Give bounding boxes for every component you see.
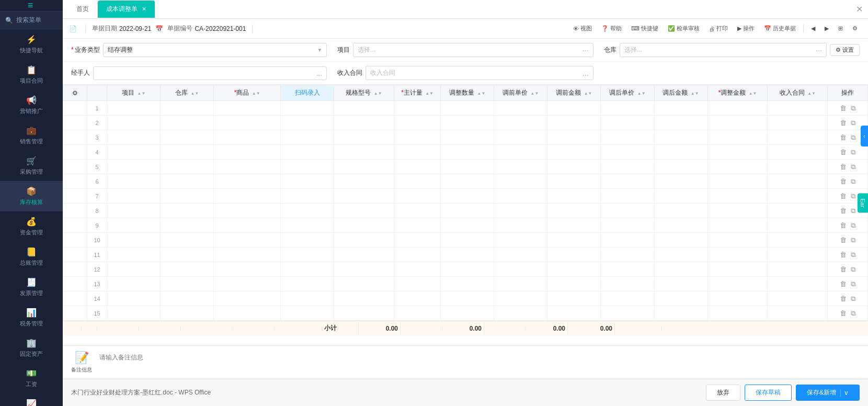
row-unit-cell[interactable] [394,145,440,160]
row-unit-cell[interactable] [394,160,440,174]
row-adj-qty-cell[interactable] [441,174,494,189]
row-adj-amount-cell[interactable] [707,262,768,277]
row-copy-icon[interactable]: ⧉ [851,192,855,200]
row-warehouse-cell[interactable] [161,233,214,247]
row-delete-icon[interactable]: 🗑 [840,221,847,229]
col-unit-header[interactable]: *主计量 ▲▼ [394,85,440,101]
row-project-cell[interactable] [107,189,161,204]
row-scan-cell[interactable] [280,306,334,321]
row-delete-icon[interactable]: 🗑 [840,177,847,185]
row-adj-qty-cell[interactable] [441,306,494,321]
row-spec-cell[interactable] [334,189,394,204]
row-product-cell[interactable] [214,145,281,160]
row-product-cell[interactable] [214,218,281,233]
row-project-cell[interactable] [107,101,161,116]
row-spec-cell[interactable] [334,277,394,291]
row-spec-cell[interactable] [334,247,394,262]
row-delete-icon[interactable]: 🗑 [840,309,847,317]
grid-btn[interactable]: ⊞ [834,24,847,33]
row-copy-icon[interactable]: ⧉ [851,177,855,185]
row-spec-cell[interactable] [334,130,394,145]
row-scan-cell[interactable] [280,204,334,218]
row-delete-icon[interactable]: 🗑 [840,119,847,127]
row-product-cell[interactable] [214,247,281,262]
row-scan-cell[interactable] [280,189,334,204]
row-copy-icon[interactable]: ⧉ [851,148,855,156]
audit-btn[interactable]: ✅ 检单审核 [664,23,704,34]
row-product-cell[interactable] [214,101,281,116]
row-adj-qty-cell[interactable] [441,101,494,116]
view-btn[interactable]: 👁 视图 [569,23,596,34]
history-btn[interactable]: 📅 历史单据 [760,23,800,34]
row-scan-cell[interactable] [280,145,334,160]
col-before-amount-header[interactable]: 调前金额 ▲▼ [547,85,601,101]
row-adj-qty-cell[interactable] [441,262,494,277]
row-delete-icon[interactable]: 🗑 [840,133,847,141]
row-delete-icon[interactable]: 🗑 [840,207,847,215]
nav-next-btn[interactable]: ▶ [820,24,833,33]
row-adj-qty-cell[interactable] [441,291,494,306]
business-type-input[interactable]: 结存调整 ▼ [103,43,327,57]
sidebar-item-tax-mgmt[interactable]: 📊 税务管理 [0,302,63,333]
sidebar-item-sales-promo[interactable]: 📢 营销推广 [0,90,63,120]
row-spec-cell[interactable] [334,101,394,116]
row-income-contract-cell[interactable] [768,218,828,233]
side-tab[interactable]: Ear [858,193,868,212]
row-adj-amount-cell[interactable] [707,160,768,174]
table-row[interactable]: 11 🗑 ⧉ [63,247,868,262]
row-adj-amount-cell[interactable] [707,233,768,247]
row-adj-amount-cell[interactable] [707,306,768,321]
row-spec-cell[interactable] [334,306,394,321]
print-btn[interactable]: 🖨 打印 [705,23,732,34]
row-before-amount-cell[interactable] [547,116,601,130]
row-unit-cell[interactable] [394,204,440,218]
row-adj-qty-cell[interactable] [441,189,494,204]
row-after-amount-cell[interactable] [654,130,707,145]
row-before-price-cell[interactable] [494,160,547,174]
save-draft-button[interactable]: 保存草稿 [745,385,792,401]
row-after-amount-cell[interactable] [654,101,707,116]
table-row[interactable]: 7 🗑 ⧉ [63,189,868,204]
col-after-price-header[interactable]: 调后单价 ▲▼ [601,85,654,101]
row-after-price-cell[interactable] [601,291,654,306]
row-before-amount-cell[interactable] [547,189,601,204]
sidebar-item-quick-nav[interactable]: ⚡ 快捷导航 [0,29,63,60]
row-scan-cell[interactable] [280,130,334,145]
row-scan-cell[interactable] [280,277,334,291]
row-after-price-cell[interactable] [601,247,654,262]
row-spec-cell[interactable] [334,116,394,130]
row-unit-cell[interactable] [394,101,440,116]
row-delete-icon[interactable]: 🗑 [840,265,847,273]
row-after-price-cell[interactable] [601,277,654,291]
row-income-contract-cell[interactable] [768,277,828,291]
row-before-amount-cell[interactable] [547,204,601,218]
row-income-contract-cell[interactable] [768,306,828,321]
row-project-cell[interactable] [107,130,161,145]
row-delete-icon[interactable]: 🗑 [840,280,847,288]
calendar-icon-section[interactable]: 📅 [155,25,163,32]
row-income-contract-cell[interactable] [768,116,828,130]
row-copy-icon[interactable]: ⧉ [851,104,855,112]
row-after-amount-cell[interactable] [654,233,707,247]
row-before-price-cell[interactable] [494,218,547,233]
row-warehouse-cell[interactable] [161,262,214,277]
tab-home[interactable]: 首页 [68,1,98,18]
row-warehouse-cell[interactable] [161,291,214,306]
remarks-input[interactable] [97,351,860,370]
row-product-cell[interactable] [214,262,281,277]
row-after-amount-cell[interactable] [654,262,707,277]
row-before-price-cell[interactable] [494,233,547,247]
row-adj-qty-cell[interactable] [441,233,494,247]
row-spec-cell[interactable] [334,291,394,306]
row-after-price-cell[interactable] [601,101,654,116]
row-copy-icon[interactable]: ⧉ [851,309,855,317]
table-row[interactable]: 4 🗑 ⧉ [63,145,868,160]
table-row[interactable]: 8 🗑 ⧉ [63,204,868,218]
help-btn[interactable]: ❓ 帮助 [597,23,626,34]
project-input[interactable]: 选择... ··· [353,43,593,57]
sidebar-item-purchase-mgmt[interactable]: 🛒 采购管理 [0,151,63,181]
row-copy-icon[interactable]: ⧉ [851,163,855,171]
row-unit-cell[interactable] [394,189,440,204]
col-income-contract-header[interactable]: 收入合同 ▲▼ [768,85,828,101]
row-copy-icon[interactable]: ⧉ [851,295,855,302]
